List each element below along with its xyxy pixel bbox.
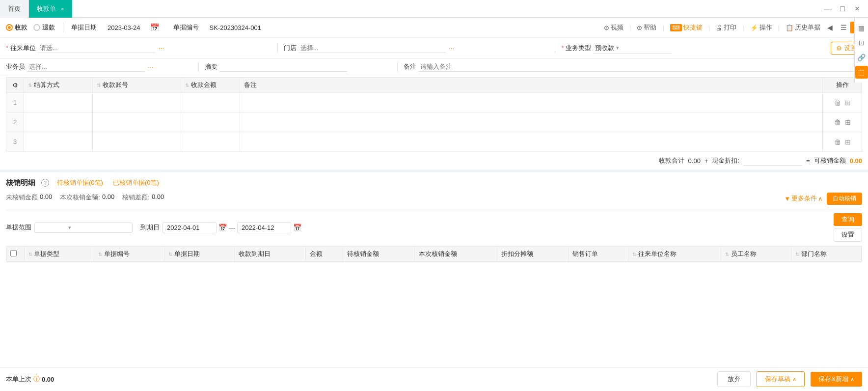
operate-btn[interactable]: ⚡ 操作 bbox=[748, 22, 774, 33]
history-btn[interactable]: 📋 历史单据 bbox=[784, 22, 822, 33]
refund-radio-circle bbox=[33, 24, 40, 31]
pending-tab-label: 待核销单据(0笔) bbox=[57, 179, 103, 186]
shortcut-btn[interactable]: ⌨ 快捷键 bbox=[668, 22, 705, 33]
print-btn[interactable]: 🖨 打印 bbox=[714, 22, 738, 33]
salesperson-input[interactable] bbox=[27, 62, 145, 72]
current-order-label: 本单上次 bbox=[6, 375, 31, 384]
abandon-button[interactable]: 放弃 bbox=[717, 371, 751, 387]
row3-settlement[interactable] bbox=[24, 132, 93, 152]
row1-amount[interactable] bbox=[181, 93, 240, 112]
minimize-icon[interactable]: — bbox=[821, 2, 835, 16]
help-btn[interactable]: ⊙ 帮助 bbox=[635, 22, 658, 33]
date-from-calendar-icon[interactable]: 📅 bbox=[218, 223, 227, 231]
window-close-icon[interactable]: × bbox=[850, 2, 864, 16]
due-date-header: 收款到期日 bbox=[234, 247, 305, 262]
doc-date-label: 单据日期 bbox=[174, 250, 200, 257]
row1-remark[interactable] bbox=[240, 93, 823, 112]
pending-tab[interactable]: 待核销单据(0笔) bbox=[55, 177, 105, 188]
history-icon: 📋 bbox=[786, 24, 793, 31]
maximize-icon[interactable]: □ bbox=[836, 2, 849, 16]
shortcut-icon: ⌨ bbox=[670, 24, 682, 31]
pending-col-label: 待核销金额 bbox=[347, 250, 379, 257]
date-from-input[interactable] bbox=[163, 222, 217, 233]
store-field: 门店 ··· bbox=[284, 43, 549, 53]
row3-copy-icon[interactable]: ⊞ bbox=[844, 137, 852, 147]
calendar-icon[interactable]: 📅 bbox=[150, 23, 160, 32]
row-num-1: 1 bbox=[6, 93, 24, 112]
store-input[interactable] bbox=[298, 43, 446, 53]
field-divider-1 bbox=[277, 43, 278, 53]
home-tab-label: 首页 bbox=[8, 4, 21, 13]
row3-account[interactable] bbox=[93, 132, 181, 152]
receive-radio[interactable]: 收款 bbox=[6, 23, 27, 32]
discount-label: 现金折扣: bbox=[712, 156, 739, 165]
row-num-2: 2 bbox=[6, 112, 24, 132]
row2-amount[interactable] bbox=[181, 112, 240, 132]
counterparty-label: 往来单位 bbox=[6, 44, 36, 53]
reconcile-table: ⇅ 单据类型 ⇅ 单据编号 ⇅ 单据日期 收款到期日 bbox=[6, 247, 862, 262]
reconcile-info-icon[interactable]: ? bbox=[41, 179, 49, 187]
date-to-calendar-icon[interactable]: 📅 bbox=[293, 223, 301, 231]
save-draft-button[interactable]: 保存草稿 ∧ bbox=[757, 371, 805, 387]
list-view-icon[interactable]: ☰ bbox=[838, 22, 849, 33]
active-tab[interactable]: 收款单 × bbox=[29, 0, 72, 18]
store-label: 门店 bbox=[284, 44, 297, 53]
business-type-select[interactable]: 预收款 ▾ bbox=[593, 43, 672, 54]
right-panel-icon-2[interactable]: ⊡ bbox=[855, 36, 868, 49]
help-icon: ⊙ bbox=[637, 24, 642, 31]
salesperson-more-icon[interactable]: ··· bbox=[148, 63, 154, 71]
doc-type-label: 单据类型 bbox=[34, 250, 59, 257]
row2-delete-icon[interactable]: 🗑 bbox=[833, 117, 842, 127]
refund-radio[interactable]: 退款 bbox=[33, 23, 55, 32]
total-value: 0.00 bbox=[688, 157, 701, 165]
summary-input[interactable] bbox=[219, 62, 347, 72]
video-btn[interactable]: ⊙ 视频 bbox=[602, 22, 625, 33]
select-all-checkbox[interactable] bbox=[10, 250, 17, 256]
counterparty-input[interactable] bbox=[38, 43, 156, 53]
query-button[interactable]: 查询 bbox=[834, 213, 862, 226]
row1-settlement[interactable] bbox=[24, 93, 93, 112]
row2-account[interactable] bbox=[93, 112, 181, 132]
form-row-2: 业务员 ··· 摘要 备注 bbox=[0, 59, 868, 75]
prev-arrow-icon[interactable]: ◀ bbox=[826, 23, 834, 32]
business-type-label: 业务类型 bbox=[561, 44, 591, 53]
total-label: 收款合计 bbox=[659, 156, 684, 165]
row1-copy-icon[interactable]: ⊞ bbox=[844, 98, 852, 108]
row3-remark[interactable] bbox=[240, 132, 823, 152]
doc-range-select[interactable]: ▾ bbox=[34, 223, 133, 233]
save-draft-label: 保存草稿 bbox=[765, 375, 790, 384]
operate-icon: ⚡ bbox=[750, 24, 758, 31]
right-panel-icon-3[interactable]: 🔗 bbox=[855, 51, 868, 64]
right-panel-icon-4[interactable]: ⬚ bbox=[855, 66, 868, 79]
auto-reconcile-button[interactable]: 自动核销 bbox=[827, 193, 862, 205]
home-tab[interactable]: 首页 bbox=[0, 0, 29, 18]
close-tab-icon[interactable]: × bbox=[61, 6, 64, 12]
date-to-input[interactable] bbox=[237, 222, 291, 233]
row2-copy-icon[interactable]: ⊞ bbox=[844, 117, 852, 127]
reconcile-actions: ▼ 更多条件 ∧ 自动核销 bbox=[164, 193, 862, 205]
current-col-label: 本次核销金额 bbox=[419, 250, 457, 257]
store-more-icon[interactable]: ··· bbox=[449, 44, 455, 52]
doc-range-chevron-icon: ▾ bbox=[68, 224, 71, 231]
discount-input[interactable] bbox=[743, 156, 802, 166]
table-settings-header[interactable]: ⚙ bbox=[6, 78, 24, 93]
row1-account[interactable] bbox=[93, 93, 181, 112]
row-num-3: 3 bbox=[6, 132, 24, 152]
order-info-icon[interactable]: ⓘ bbox=[33, 375, 40, 384]
reconcile-settings-button[interactable]: 设置 bbox=[834, 228, 862, 242]
counterparty-more-icon[interactable]: ··· bbox=[159, 44, 164, 52]
row3-delete-icon[interactable]: 🗑 bbox=[833, 137, 842, 147]
right-panel-icon-1[interactable]: ▦ bbox=[855, 22, 868, 34]
history-label: 历史单据 bbox=[795, 23, 820, 32]
row2-settlement[interactable] bbox=[24, 112, 93, 132]
row1-delete-icon[interactable]: 🗑 bbox=[833, 98, 842, 108]
more-conditions-btn[interactable]: ▼ 更多条件 ∧ bbox=[784, 194, 823, 203]
row3-amount[interactable] bbox=[181, 132, 240, 152]
field-divider-3 bbox=[198, 62, 199, 72]
row2-remark[interactable] bbox=[240, 112, 823, 132]
video-label: 视频 bbox=[611, 23, 624, 32]
completed-tab[interactable]: 已核销单据(0笔) bbox=[111, 177, 161, 188]
save-new-button[interactable]: 保存&新增 ∧ bbox=[811, 372, 862, 387]
remark-input[interactable] bbox=[418, 62, 862, 72]
counterparty-col-label: 往来单位名称 bbox=[638, 250, 677, 257]
